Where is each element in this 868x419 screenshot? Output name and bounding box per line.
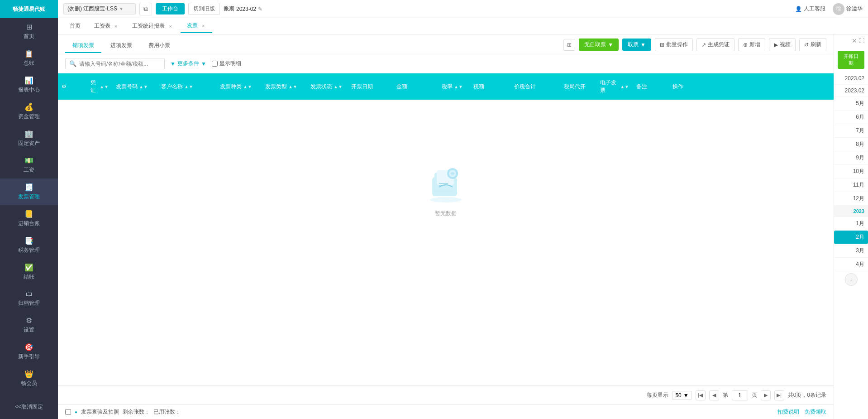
sort-icon[interactable]: ▲▼: [334, 84, 343, 89]
tab-close-icon[interactable]: ×: [200, 23, 206, 29]
last-page-button[interactable]: ▶|: [774, 390, 784, 400]
date-item[interactable]: 2月: [834, 231, 868, 244]
refresh-icon: ↺: [804, 42, 809, 48]
sort-icon[interactable]: ▲▼: [243, 84, 252, 89]
sidebar-item-首页[interactable]: ⊞首页: [0, 18, 58, 45]
date-item[interactable]: 10月: [834, 165, 868, 178]
tab-工资统计报表[interactable]: 工资统计报表×: [126, 19, 179, 33]
new-icon: ⊕: [743, 42, 748, 48]
date-item[interactable]: 7月: [834, 124, 868, 138]
search-input[interactable]: [79, 61, 161, 67]
sort-icon[interactable]: ▲▼: [184, 84, 193, 89]
sort-icon[interactable]: ▲▼: [288, 84, 297, 89]
free-get-link[interactable]: 免费领取: [805, 408, 826, 416]
date-item[interactable]: 1月: [834, 217, 868, 231]
check-label: 发票查验及拍照: [81, 408, 119, 416]
new-button[interactable]: ⊕ 新增: [738, 38, 765, 51]
table-header-col: 发票种类▲▼: [216, 77, 262, 96]
date-item[interactable]: 2023.02: [834, 72, 868, 85]
date-item[interactable]: 11月: [834, 178, 868, 192]
switch-version-button[interactable]: 切到旧版: [188, 3, 220, 15]
date-item[interactable]: 2023.02: [834, 85, 868, 97]
close-icon[interactable]: ✕: [852, 37, 857, 44]
collapse-button[interactable]: <<取消固定: [0, 400, 58, 414]
grid-view-icon[interactable]: ⊞: [563, 39, 575, 51]
get-tickets-button[interactable]: 取票 ▼: [622, 39, 651, 51]
next-page-button[interactable]: ▶: [761, 390, 771, 400]
sidebar-item-归档管理[interactable]: 🗂归档管理: [0, 285, 58, 312]
sidebar-item-设置[interactable]: ⚙设置: [0, 312, 58, 338]
sidebar-item-固定资产[interactable]: 🏢固定资产: [0, 125, 58, 152]
sidebar-item-新手引导[interactable]: 🎯新手引导: [0, 338, 58, 365]
tab-首页[interactable]: 首页: [63, 19, 87, 33]
sidebar-item-label: 发票管理: [18, 193, 40, 201]
more-filters-button[interactable]: ▼ 更多条件 ▼: [170, 60, 206, 67]
period-edit-icon[interactable]: ✎: [258, 6, 262, 12]
sort-icon[interactable]: ▲▼: [139, 84, 148, 89]
refresh-button[interactable]: ↺ 刷新: [799, 38, 826, 51]
date-item[interactable]: 12月: [834, 192, 868, 206]
tab-close-icon[interactable]: ×: [113, 23, 119, 29]
sidebar-icon: 👑: [24, 370, 33, 378]
sidebar-item-发票管理[interactable]: 🧾发票管理: [0, 178, 58, 205]
logo: 畅捷通易代账: [0, 0, 58, 18]
date-item[interactable]: 4月: [834, 258, 868, 271]
tab-close-icon[interactable]: ×: [167, 23, 173, 29]
copy-icon[interactable]: ⧉: [139, 3, 152, 15]
sidebar-icon: 📒: [24, 210, 33, 218]
search-icon: 🔍: [69, 60, 76, 67]
sidebar-item-报表中心[interactable]: 📊报表中心: [0, 72, 58, 98]
company-selector[interactable]: (勿删) 江西股宝-LSS ▼: [63, 3, 136, 14]
batch-ops-button[interactable]: ⊞ 批量操作: [655, 38, 693, 51]
show-detail-toggle[interactable]: 显示明细: [212, 60, 241, 67]
table-header-col: 备注: [633, 77, 669, 96]
subtab-purchase-invoice[interactable]: 进项发票: [103, 39, 139, 53]
subtab-sales-invoice[interactable]: 销项发票: [65, 39, 101, 53]
sort-icon[interactable]: ▲▼: [620, 84, 629, 89]
sidebar-item-资金管理[interactable]: 💰资金管理: [0, 98, 58, 125]
sidebar-item-税务管理[interactable]: 📑税务管理: [0, 232, 58, 259]
gen-voucher-button[interactable]: ↗ 生成凭证: [696, 38, 734, 51]
table-header-col: 税局代开: [560, 77, 596, 96]
prev-page-button[interactable]: ◀: [709, 390, 719, 400]
sidebar-item-label: 资金管理: [18, 113, 40, 120]
date-item[interactable]: 8月: [834, 138, 868, 151]
sidebar-item-进销台账[interactable]: 📒进销台账: [0, 205, 58, 232]
workspace-button[interactable]: 工作台: [156, 3, 185, 14]
sidebar-item-总账[interactable]: 📋总账: [0, 45, 58, 72]
tabbar: 首页工资表×工资统计报表×发票×: [58, 18, 868, 34]
sidebar-icon: 🗂: [25, 290, 33, 298]
filter-bar: 🔍 ▼ 更多条件 ▼ 显示明细: [58, 54, 834, 73]
check-invoice-checkbox[interactable]: [65, 409, 71, 415]
subtab-expense-receipt[interactable]: 费用小票: [141, 39, 177, 53]
sidebar-item-工资[interactable]: 💵工资: [0, 152, 58, 178]
first-page-button[interactable]: |◀: [696, 390, 706, 400]
date-item[interactable]: 9月: [834, 151, 868, 165]
sort-icon[interactable]: ▲▼: [454, 84, 463, 89]
fee-description-link[interactable]: 扣费说明: [777, 408, 799, 416]
page-input[interactable]: [732, 390, 748, 400]
subtab-toolbar: ⊞ 无自取票 ▼ 取票 ▼ ⊞ 批量操作 ↗ 生成凭证: [563, 38, 826, 54]
scroll-down-icon[interactable]: ↓: [845, 273, 858, 286]
ai-service-link[interactable]: 👤 人工客服: [795, 5, 825, 13]
tab-工资表[interactable]: 工资表×: [88, 19, 125, 33]
user-profile[interactable]: 徐 徐溢华: [833, 3, 863, 15]
sidebar-item-结账[interactable]: ✅结账: [0, 259, 58, 285]
page-size-select[interactable]: 50 ▼: [672, 391, 692, 400]
sidebar-item-畅会员[interactable]: 👑畅会员: [0, 365, 58, 392]
sort-icon[interactable]: ▲▼: [100, 84, 109, 89]
open-date-button[interactable]: 开账日期: [838, 51, 864, 69]
show-detail-checkbox[interactable]: [212, 61, 218, 67]
tab-发票[interactable]: 发票×: [181, 19, 212, 33]
sidebar-item-label: 设置: [24, 326, 34, 334]
sidebar-item-label: 工资: [24, 166, 34, 174]
company-name: (勿删) 江西股宝-LSS: [67, 5, 117, 13]
expand-icon[interactable]: ⛶: [859, 38, 864, 44]
date-item[interactable]: 3月: [834, 244, 868, 258]
date-item[interactable]: 2023: [834, 206, 868, 217]
company-arrow: ▼: [119, 6, 124, 11]
no-tickets-button[interactable]: 无自取票 ▼: [579, 39, 619, 51]
date-item[interactable]: 5月: [834, 97, 868, 111]
video-button[interactable]: ▶ 视频: [769, 38, 796, 51]
date-item[interactable]: 6月: [834, 111, 868, 124]
